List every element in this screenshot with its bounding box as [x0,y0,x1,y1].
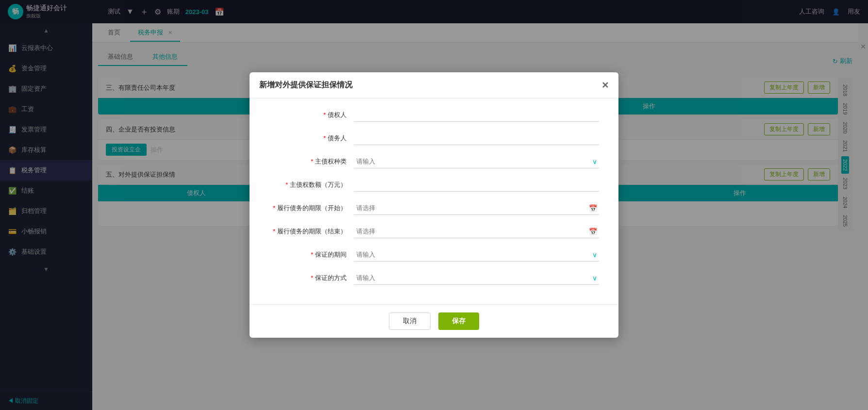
date-duty-start-wrapper: 📅 [354,201,599,215]
input-duty-start[interactable] [354,201,587,214]
guarantee-period-dropdown-icon[interactable]: ∨ [590,251,599,259]
select-claim-type-wrapper: ∨ [354,155,599,168]
label-claim-type: * 主债权种类 [269,157,347,166]
save-button[interactable]: 保存 [438,312,479,330]
duty-start-calendar-icon[interactable]: 📅 [587,204,599,212]
label-duty-start: * 履行债务的期限（开始） [269,204,347,213]
form-row-duty-end: * 履行债务的期限（结束） 📅 [269,225,599,238]
form-row-guarantee-method: * 保证的方式 ∨ [269,271,599,285]
select-guarantee-method-wrapper: ∨ [354,271,599,285]
label-debtor: * 债务人 [269,134,347,143]
input-guarantee-method[interactable] [354,271,590,284]
label-claim-amount: * 主债权数额（万元） [269,180,347,189]
claim-type-dropdown-icon[interactable]: ∨ [590,158,599,165]
label-duty-end: * 履行债务的期限（结束） [269,227,347,236]
select-guarantee-period-wrapper: ∨ [354,248,599,262]
dialog-body: * 债权人 * 债务人 * 主债权种类 [250,98,618,304]
dialog-title: 新增对外提供保证担保情况 [259,80,352,90]
label-creditor: * 债权人 [269,111,347,119]
dialog-guarantee: 新增对外提供保证担保情况 ✕ * 债权人 * 债务人 [250,72,618,338]
input-debtor[interactable] [354,131,599,145]
duty-end-calendar-icon[interactable]: 📅 [587,228,599,235]
input-guarantee-period[interactable] [354,248,590,261]
dialog-header: 新增对外提供保证担保情况 ✕ [250,72,618,98]
form-row-guarantee-period: * 保证的期间 ∨ [269,248,599,262]
form-row-debtor: * 债务人 [269,131,599,145]
input-creditor[interactable] [354,108,599,122]
guarantee-method-dropdown-icon[interactable]: ∨ [590,274,599,282]
date-duty-end-wrapper: 📅 [354,225,599,238]
form-row-claim-amount: * 主债权数额（万元） [269,178,599,192]
cancel-button[interactable]: 取消 [389,312,431,330]
input-claim-type[interactable] [354,155,590,168]
form-row-creditor: * 债权人 [269,108,599,122]
dialog-close-btn[interactable]: ✕ [601,81,609,90]
form-row-duty-start: * 履行债务的期限（开始） 📅 [269,201,599,215]
modal-overlay: 新增对外提供保证担保情况 ✕ * 债权人 * 债务人 [0,0,868,410]
label-guarantee-period: * 保证的期间 [269,250,347,259]
form-row-claim-type: * 主债权种类 ∨ [269,155,599,168]
dialog-footer: 取消 保存 [250,304,618,338]
input-claim-amount[interactable] [354,178,599,192]
label-guarantee-method: * 保证的方式 [269,274,347,282]
input-duty-end[interactable] [354,225,587,238]
